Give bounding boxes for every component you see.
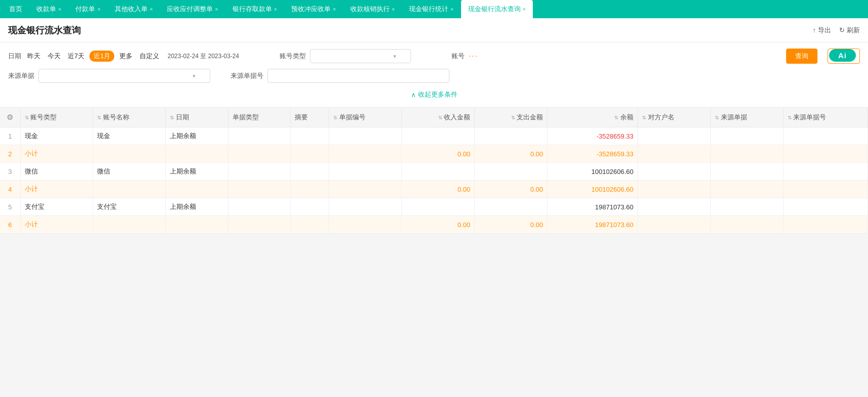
cell-source-doc-no — [783, 216, 867, 234]
nav-item-home[interactable]: 首页 — [2, 0, 29, 18]
nav-item-stats[interactable]: 现金银行统计 × — [402, 0, 461, 18]
account-dots[interactable]: ··· — [469, 52, 478, 61]
cell-doc-no — [329, 163, 402, 181]
source-doc-select[interactable]: ▾ — [38, 69, 210, 83]
export-icon: ↑ — [813, 26, 816, 34]
sort-icon-expense: ⇅ — [511, 115, 515, 120]
col-date[interactable]: ⇅ 日期 — [166, 108, 228, 127]
cell-doc-type — [228, 198, 290, 216]
source-doc-filter-group: 来源单据 ▾ — [8, 69, 210, 83]
cell-doc-type — [228, 181, 290, 198]
source-doc-chevron: ▾ — [193, 73, 196, 79]
col-doc-no[interactable]: ⇅ 单据编号 — [329, 108, 402, 127]
date-opt-yesterday[interactable]: 昨天 — [25, 51, 42, 62]
export-button[interactable]: ↑ 导出 — [813, 26, 832, 35]
cell-num: 5 — [0, 198, 20, 216]
date-opt-more[interactable]: 更多 — [117, 51, 134, 62]
date-options: 昨天 今天 近7天 近1月 更多 自定义 — [25, 51, 161, 62]
col-summary[interactable]: 摘要 — [290, 108, 329, 127]
col-source-doc[interactable]: ⇅ 来源单据 — [710, 108, 783, 127]
close-other-income-icon[interactable]: × — [150, 0, 153, 18]
col-account-name[interactable]: ⇅ 账号名称 — [93, 108, 166, 127]
nav-label-other-income: 其他收入单 — [115, 0, 148, 18]
table-row: 4小计0.000.00100102606.60 — [0, 181, 868, 198]
col-expense[interactable]: ⇅ 支出金额 — [475, 108, 547, 127]
data-table: ⚙ ⇅ 账号类型 ⇅ 账号名称 ⇅ 日期 单据类型 摘要 ⇅ 单 — [0, 108, 868, 234]
col-counterpart[interactable]: ⇅ 对方户名 — [637, 108, 710, 127]
col-income[interactable]: ⇅ 收入金额 — [402, 108, 475, 127]
cell-account-type: 现金 — [20, 127, 93, 145]
close-payment-icon[interactable]: × — [97, 0, 100, 18]
nav-label-adjustment: 应收应付调整单 — [167, 0, 213, 18]
cell-doc-type — [228, 127, 290, 145]
account-filter-group: 账号 ··· — [451, 52, 776, 61]
nav-item-receipt[interactable]: 收款单 × — [29, 0, 68, 18]
close-bank-deposit-icon[interactable]: × — [274, 0, 277, 18]
close-flow-icon[interactable]: × — [523, 0, 526, 18]
nav-item-bank-deposit[interactable]: 银行存取款单 × — [225, 0, 284, 18]
cell-balance: 19871073.60 — [547, 198, 638, 216]
refresh-button[interactable]: ↻ 刷新 — [839, 26, 860, 35]
refresh-icon: ↻ — [839, 26, 845, 34]
cell-counterpart — [637, 163, 710, 181]
cell-source-doc-no — [783, 198, 867, 216]
close-adjustment-icon[interactable]: × — [215, 0, 218, 18]
cell-source-doc — [710, 181, 783, 198]
cell-counterpart — [637, 198, 710, 216]
nav-item-advance[interactable]: 预收冲应收单 × — [284, 0, 343, 18]
source-doc-label: 来源单据 — [8, 71, 34, 80]
nav-label-bank-deposit: 银行存取款单 — [233, 0, 272, 18]
cell-account-type: 小计 — [20, 145, 93, 163]
cell-account-type: 小计 — [20, 216, 93, 234]
filter-row-1: 日期 昨天 今天 近7天 近1月 更多 自定义 2023-02-24 至 202… — [8, 49, 860, 64]
cell-account-name: 微信 — [93, 163, 166, 181]
cell-account-type: 支付宝 — [20, 198, 93, 216]
sort-icon-account-name: ⇅ — [97, 115, 101, 120]
date-opt-today[interactable]: 今天 — [45, 51, 63, 62]
col-source-doc-no[interactable]: ⇅ 来源单据号 — [783, 108, 867, 127]
sort-icon-counterpart: ⇅ — [642, 115, 646, 120]
account-type-select[interactable]: ▾ — [310, 49, 411, 63]
cell-balance: 100102606.60 — [547, 181, 638, 198]
cell-account-name: 支付宝 — [93, 198, 166, 216]
col-balance[interactable]: ⇅ 余额 — [547, 108, 638, 127]
nav-item-payment[interactable]: 付款单 × — [68, 0, 107, 18]
collapse-up-icon: ∧ — [411, 91, 416, 99]
cell-summary — [290, 163, 329, 181]
col-gear[interactable]: ⚙ — [0, 108, 20, 127]
cell-account-name — [93, 181, 166, 198]
date-opt-custom[interactable]: 自定义 — [138, 51, 161, 62]
filter-area: 日期 昨天 今天 近7天 近1月 更多 自定义 2023-02-24 至 202… — [0, 42, 868, 108]
cell-balance: -3528659.33 — [547, 145, 638, 163]
cell-num: 2 — [0, 145, 20, 163]
ai-badge[interactable]: Ai — [829, 49, 856, 62]
nav-item-verify[interactable]: 收款核销执行 × — [343, 0, 402, 18]
cell-source-doc — [710, 127, 783, 145]
nav-item-flow[interactable]: 现金银行流水查询 × — [461, 0, 533, 18]
date-opt-1month[interactable]: 近1月 — [89, 51, 114, 62]
query-button[interactable]: 查询 — [786, 49, 817, 64]
date-opt-7days[interactable]: 近7天 — [66, 51, 86, 62]
sort-icon-income: ⇅ — [438, 115, 442, 120]
collapse-bar[interactable]: ∧ 收起更多条件 — [8, 88, 860, 101]
cell-doc-type — [228, 163, 290, 181]
nav-item-adjustment[interactable]: 应收应付调整单 × — [160, 0, 225, 18]
close-verify-icon[interactable]: × — [392, 0, 395, 18]
table-body: 1现金现金上期余额-3528659.332小计0.000.00-3528659.… — [0, 127, 868, 234]
nav-label-flow: 现金银行流水查询 — [468, 0, 521, 18]
cell-doc-no — [329, 127, 402, 145]
col-account-type[interactable]: ⇅ 账号类型 — [20, 108, 93, 127]
nav-item-other-income[interactable]: 其他收入单 × — [108, 0, 160, 18]
close-receipt-icon[interactable]: × — [58, 0, 61, 18]
sort-icon-balance: ⇅ — [614, 115, 618, 120]
cell-date: 上期余额 — [166, 198, 228, 216]
table-container: ⚙ ⇅ 账号类型 ⇅ 账号名称 ⇅ 日期 单据类型 摘要 ⇅ 单 — [0, 108, 868, 234]
close-advance-icon[interactable]: × — [333, 0, 336, 18]
sort-icon-source-doc-no: ⇅ — [788, 115, 792, 120]
cell-expense — [475, 127, 547, 145]
col-doc-type[interactable]: 单据类型 — [228, 108, 290, 127]
nav-label-verify: 收款核销执行 — [350, 0, 390, 18]
source-doc-no-input[interactable] — [267, 69, 449, 83]
table-row: 3微信微信上期余额100102606.60 — [0, 163, 868, 181]
close-stats-icon[interactable]: × — [450, 0, 453, 18]
